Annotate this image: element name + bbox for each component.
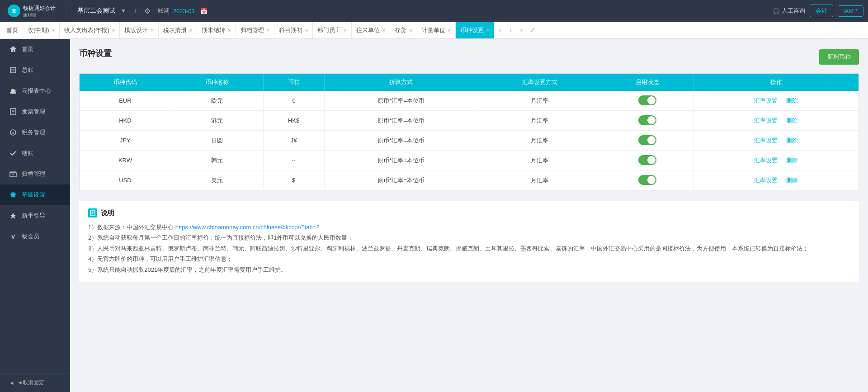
tab-template[interactable]: 模版设计 × bbox=[120, 22, 158, 39]
cell-actions-0: 汇率设置 删除 bbox=[693, 91, 859, 111]
tab-template-close[interactable]: × bbox=[151, 28, 153, 33]
account-button[interactable]: 会计 bbox=[810, 5, 833, 17]
toggle-enabled-2[interactable] bbox=[638, 135, 656, 145]
svg-rect-12 bbox=[10, 171, 16, 173]
col-code: 币种代码 bbox=[80, 74, 171, 91]
sidebar-item-settings[interactable]: 基础设置 bbox=[0, 184, 70, 205]
sidebar-settings-label: 基础设置 bbox=[22, 191, 45, 199]
tab-inventory[interactable]: 存货 × bbox=[390, 22, 417, 39]
cell-code-4: USD bbox=[80, 170, 171, 190]
sidebar-item-guide[interactable]: 新手引导 bbox=[0, 205, 70, 226]
customer-service-label: 人工咨询 bbox=[782, 7, 805, 15]
cell-rate-0: 月汇率 bbox=[478, 91, 601, 111]
tab-nav-close[interactable]: × bbox=[516, 22, 527, 39]
sidebar-archive-label: 归档管理 bbox=[22, 170, 45, 178]
settings-icon[interactable]: ⚙ bbox=[144, 7, 151, 15]
tab-nav-expand[interactable]: ⤢ bbox=[527, 22, 538, 39]
add-tab-button[interactable]: ＋ bbox=[132, 6, 139, 16]
toggle-enabled-1[interactable] bbox=[638, 115, 656, 125]
tab-currency-close[interactable]: × bbox=[486, 28, 489, 33]
note-section: 说明 1）数据来源：中国外汇交易中心 https://www.chinamone… bbox=[79, 201, 859, 282]
sidebar-pin-toggle[interactable]: ◄ ◄取消固定 bbox=[0, 373, 70, 392]
tab-unit-close[interactable]: × bbox=[448, 28, 451, 33]
tab-subject-init-close[interactable]: × bbox=[305, 28, 308, 33]
tab-archive[interactable]: 归档管理 × bbox=[236, 22, 274, 39]
tab-contacts[interactable]: 往来单位 × bbox=[352, 22, 390, 39]
tab-inventory-close[interactable]: × bbox=[409, 28, 412, 33]
chinamoney-link[interactable]: https://www.chinamoney.com.cn/chinese/bk… bbox=[175, 224, 320, 231]
member-icon: V bbox=[9, 232, 17, 241]
logo-icon: 云 bbox=[8, 5, 20, 17]
table-row: EUR 欧元 € 原币*汇率=本位币 月汇率 汇率设置 删除 bbox=[80, 91, 859, 111]
ledger-icon bbox=[9, 66, 17, 74]
table-row: USD 美元 $ 原币*汇率=本位币 月汇率 汇率设置 删除 bbox=[80, 170, 859, 190]
toggle-enabled-3[interactable] bbox=[638, 155, 656, 165]
calendar-icon[interactable]: 📅 bbox=[200, 8, 208, 14]
new-currency-button[interactable]: 新增币种 bbox=[819, 49, 859, 65]
col-actions: 操作 bbox=[693, 74, 859, 91]
tab-annual-report-close[interactable]: × bbox=[112, 28, 115, 33]
tab-annual-report[interactable]: 收入支出表(年报) × bbox=[60, 22, 120, 39]
tab-dept-staff[interactable]: 部门员工 × bbox=[313, 22, 351, 39]
tab-annual-report-label: 收入支出表(年报) bbox=[64, 26, 109, 34]
col-name: 币种名称 bbox=[171, 74, 263, 91]
tab-contacts-close[interactable]: × bbox=[382, 28, 385, 33]
sidebar-item-invoice[interactable]: 发票管理 bbox=[0, 101, 70, 122]
rate-settings-link-1[interactable]: 汇率设置 bbox=[754, 117, 778, 124]
customer-service-button[interactable]: 🎧 人工咨询 bbox=[773, 7, 805, 15]
delete-link-3[interactable]: 删除 bbox=[786, 157, 798, 164]
guide-icon bbox=[9, 212, 17, 220]
logo-area: 云 畅捷通好会计 旗舰版 bbox=[5, 4, 59, 19]
toggle-enabled-4[interactable] bbox=[638, 175, 656, 185]
tab-currency[interactable]: 币种设置 × bbox=[456, 22, 494, 39]
tab-period-end[interactable]: 期末结转 × bbox=[197, 22, 236, 39]
rate-settings-link-3[interactable]: 汇率设置 bbox=[754, 157, 778, 164]
cell-actions-2: 汇率设置 删除 bbox=[693, 131, 859, 151]
note-title: 说明 bbox=[88, 208, 850, 217]
title-row: 币种设置 新增币种 bbox=[79, 48, 859, 66]
delete-link-2[interactable]: 删除 bbox=[786, 137, 798, 144]
tab-tax-table[interactable]: 税表清册 × bbox=[159, 22, 197, 39]
note-item-1: 1）数据来源：中国外汇交易中心 https://www.chinamoney.c… bbox=[88, 222, 850, 232]
cell-name-3: 韩元 bbox=[171, 151, 263, 170]
table-row: KRW 韩元 -- 原币*汇率=本位币 月汇率 汇率设置 删除 bbox=[80, 151, 859, 170]
sidebar-item-ledger[interactable]: 总账 bbox=[0, 60, 70, 80]
tab-period-end-close[interactable]: × bbox=[228, 28, 231, 33]
tab-archive-label: 归档管理 bbox=[241, 26, 264, 34]
rate-settings-link-2[interactable]: 汇率设置 bbox=[754, 137, 778, 144]
cell-calc-1: 原币*汇率=本位币 bbox=[324, 111, 478, 131]
sidebar-item-home[interactable]: 首页 bbox=[0, 39, 70, 60]
delete-link-1[interactable]: 删除 bbox=[786, 117, 798, 124]
sidebar-item-member[interactable]: V 畅会员 bbox=[0, 226, 70, 247]
tab-unit[interactable]: 计量单位 × bbox=[417, 22, 456, 39]
tab-nav-right[interactable]: › bbox=[505, 22, 516, 39]
cell-symbol-3: -- bbox=[263, 151, 324, 170]
note-icon bbox=[88, 208, 97, 217]
tab-archive-close[interactable]: × bbox=[267, 28, 269, 33]
tab-nav-left[interactable]: ‹ bbox=[495, 22, 505, 39]
sidebar-item-checkout[interactable]: 结账 bbox=[0, 143, 70, 164]
tab-tax-table-close[interactable]: × bbox=[189, 28, 192, 33]
col-symbol: 币符 bbox=[263, 74, 324, 91]
toggle-circle-3 bbox=[647, 156, 656, 164]
tab-mid-period-close[interactable]: × bbox=[52, 28, 55, 33]
sidebar-item-report[interactable]: 云报表中心 bbox=[0, 80, 70, 101]
sidebar-item-tax[interactable]: ¥ 税务管理 bbox=[0, 122, 70, 143]
tab-home[interactable]: 首页 bbox=[2, 22, 23, 39]
iam-button[interactable]: iAM * bbox=[838, 5, 863, 17]
project-dropdown-icon[interactable]: ▼ bbox=[121, 8, 126, 14]
rate-settings-link-4[interactable]: 汇率设置 bbox=[754, 177, 778, 184]
sidebar-item-archive[interactable]: 归档管理 bbox=[0, 164, 70, 184]
cell-name-0: 欧元 bbox=[171, 91, 263, 111]
tab-dept-staff-close[interactable]: × bbox=[344, 28, 346, 33]
rate-settings-link-0[interactable]: 汇率设置 bbox=[754, 97, 778, 104]
delete-link-4[interactable]: 删除 bbox=[786, 177, 798, 184]
cell-symbol-4: $ bbox=[263, 170, 324, 190]
tab-subject-init[interactable]: 科目期初 × bbox=[274, 22, 313, 39]
cell-symbol-1: HK$ bbox=[263, 111, 324, 131]
delete-link-0[interactable]: 删除 bbox=[786, 97, 798, 104]
toggle-enabled-0[interactable] bbox=[638, 95, 656, 105]
col-calc: 折算方式 bbox=[324, 74, 478, 91]
tab-mid-period[interactable]: 收(中期) × bbox=[23, 22, 60, 39]
note-item-2: 2）系统自动获取每月第一个工作日的汇率标价，统一为直接标价法，即1外币可以兑换的… bbox=[88, 232, 850, 243]
